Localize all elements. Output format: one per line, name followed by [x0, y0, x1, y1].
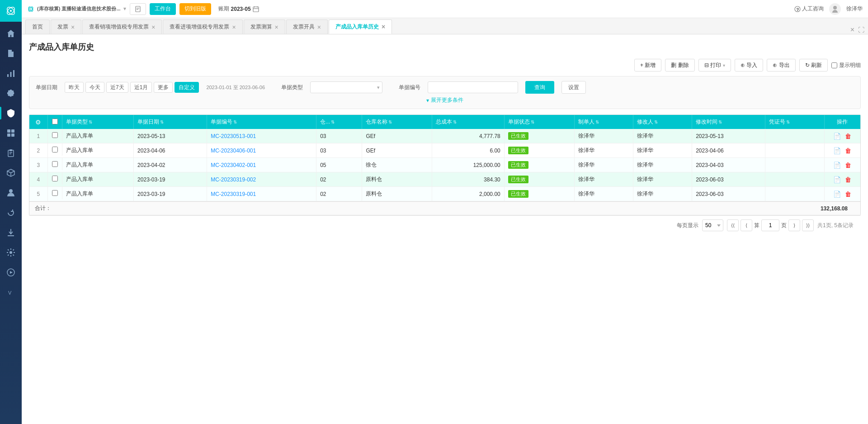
user-label[interactable]: 徐泽华 — [846, 5, 863, 13]
th-number[interactable]: 单据编号⇅ — [207, 115, 316, 129]
doc-btn[interactable] — [130, 3, 146, 15]
row-number-link[interactable]: MC-20230406-001 — [211, 148, 256, 154]
delete-btn[interactable]: 删 删除 — [665, 59, 694, 71]
filter-1month-btn[interactable]: 近1月 — [130, 82, 152, 93]
workbench-btn[interactable]: 工作台 — [150, 3, 176, 15]
topbar-brand: (库存核算) 直播轻途通信息技术股份... ▾ — [27, 5, 126, 13]
th-modifier[interactable]: 修改人⇅ — [633, 115, 692, 129]
delete-row-icon[interactable]: 🗑 — [845, 176, 851, 183]
close-all-btn[interactable]: × — [850, 26, 854, 34]
th-modtime[interactable]: 修改时间⇅ — [692, 115, 765, 129]
th-date[interactable]: 单据日期⇅ — [134, 115, 207, 129]
sidebar-item-person[interactable] — [0, 183, 22, 203]
column-settings-icon[interactable]: ⚙ — [35, 119, 41, 126]
row-checkbox[interactable] — [52, 176, 58, 181]
delete-row-icon[interactable]: 🗑 — [845, 162, 851, 169]
row-number-link[interactable]: MC-20230319-001 — [211, 191, 256, 197]
delete-row-icon[interactable]: 🗑 — [845, 191, 851, 198]
sidebar-logo[interactable] — [0, 0, 22, 22]
tab-invoice-close[interactable]: × — [71, 24, 75, 30]
edit-icon[interactable]: 📄 — [833, 133, 841, 140]
select-all-checkbox[interactable] — [52, 119, 58, 124]
filter-type-select[interactable] — [310, 81, 382, 93]
filter-yesterday-btn[interactable]: 昨天 — [65, 82, 84, 93]
page-last-btn[interactable]: ⟩⟩ — [802, 219, 814, 231]
row-number-link[interactable]: MC-20230319-002 — [211, 176, 256, 183]
new-btn[interactable]: + 新增 — [634, 59, 661, 71]
show-detail-checkbox[interactable] — [831, 62, 837, 68]
refresh-btn[interactable]: ↻ 刷新 — [799, 59, 828, 71]
sidebar-item-documents[interactable] — [0, 43, 22, 63]
sidebar-item-settings[interactable] — [0, 83, 22, 103]
sidebar-item-download[interactable] — [0, 223, 22, 243]
export-btn[interactable]: ⊕ 导出 — [767, 59, 795, 71]
sidebar-item-analytics[interactable] — [0, 63, 22, 83]
filter-more-btn[interactable]: 更多 — [154, 82, 173, 93]
filter-custom-btn[interactable]: 自定义 — [175, 82, 199, 93]
edit-icon[interactable]: 📄 — [833, 191, 841, 198]
print-dropdown-icon[interactable]: ▾ — [723, 63, 725, 68]
filter-expand[interactable]: ▾ 展开更多条件 — [36, 96, 854, 104]
row-number-link[interactable]: MC-20230402-001 — [211, 162, 256, 168]
th-whname[interactable]: 仓库名称⇅ — [362, 115, 432, 129]
switch-version-btn[interactable]: 切到旧版 — [179, 3, 211, 15]
per-page-select[interactable]: 50 20 100 — [702, 219, 723, 231]
maximize-btn[interactable]: ⛶ — [858, 26, 864, 33]
tab-input-vat-close[interactable]: × — [232, 24, 236, 30]
tab-output-vat[interactable]: 查看销项增值税专用发票 × — [82, 19, 162, 34]
row-checkbox[interactable] — [52, 190, 58, 196]
th-status[interactable]: 单据状态⇅ — [504, 115, 574, 129]
row-checkbox[interactable] — [52, 161, 58, 167]
edit-icon[interactable]: 📄 — [833, 147, 841, 154]
tab-issue[interactable]: 发票开具 × — [286, 19, 328, 34]
sidebar-item-box[interactable] — [0, 163, 22, 183]
row-checkbox[interactable] — [52, 132, 58, 138]
delete-row-icon[interactable]: 🗑 — [845, 147, 851, 154]
tab-invoice[interactable]: 发票 × — [51, 19, 81, 34]
sidebar-item-clipboard[interactable] — [0, 143, 22, 163]
print-btn[interactable]: ⊟ 打印 ▾ — [698, 59, 731, 71]
tab-input-vat[interactable]: 查看进项增值税专用发票 × — [163, 19, 242, 34]
delete-row-icon[interactable]: 🗑 — [845, 133, 851, 140]
page-first-btn[interactable]: ⟨⟨ — [727, 219, 739, 231]
th-type[interactable]: 单据类型⇅ — [62, 115, 134, 129]
th-settings[interactable]: ⚙ — [29, 115, 47, 129]
filter-set-btn[interactable]: 设置 — [561, 81, 586, 94]
row-checkbox[interactable] — [52, 147, 58, 152]
sidebar-item-play[interactable] — [0, 262, 22, 282]
th-cost[interactable]: 总成本⇅ — [432, 115, 504, 129]
topbar: (库存核算) 直播轻途通信息技术股份... ▾ 工作台 切到旧版 账期 2023… — [22, 0, 868, 18]
tab-calc[interactable]: 发票测算 × — [244, 19, 285, 34]
show-detail-toggle[interactable]: 显示明细 — [831, 62, 861, 69]
help-label[interactable]: ? 人工咨询 — [794, 5, 824, 13]
edit-icon[interactable]: 📄 — [833, 162, 841, 169]
tab-output-vat-close[interactable]: × — [151, 24, 155, 30]
tab-issue-close[interactable]: × — [317, 24, 321, 30]
sidebar-item-home[interactable] — [0, 24, 22, 43]
sidebar-item-cog[interactable] — [0, 243, 22, 262]
sidebar-item-grid[interactable] — [0, 123, 22, 143]
tab-home[interactable]: 首页 — [25, 19, 50, 34]
page-input[interactable] — [761, 219, 779, 231]
brand-dropdown-icon[interactable]: ▾ — [123, 6, 126, 12]
th-checkbox[interactable] — [47, 115, 62, 129]
filter-query-btn[interactable]: 查询 — [525, 81, 554, 94]
sidebar-item-shield[interactable] — [0, 103, 22, 123]
th-voucher[interactable]: 凭证号⇅ — [765, 115, 824, 129]
row-number-link[interactable]: MC-20230513-001 — [211, 133, 256, 139]
th-whcode[interactable]: 仓...⇅ — [316, 115, 362, 129]
th-creator[interactable]: 制单人⇅ — [574, 115, 633, 129]
tab-history[interactable]: 产成品入库单历史 × — [329, 19, 392, 34]
tab-history-close[interactable]: × — [382, 24, 385, 30]
filter-number-input[interactable] — [428, 81, 518, 93]
filter-today-btn[interactable]: 今天 — [85, 82, 104, 93]
page-next-btn[interactable]: ⟩ — [788, 219, 800, 231]
import-btn[interactable]: ⊕ 导入 — [735, 59, 763, 71]
sidebar: V — [0, 0, 22, 424]
sidebar-item-version[interactable]: V — [0, 282, 22, 302]
tab-calc-close[interactable]: × — [275, 24, 278, 30]
filter-7days-btn[interactable]: 近7天 — [106, 82, 128, 93]
sidebar-item-refresh[interactable] — [0, 203, 22, 223]
edit-icon[interactable]: 📄 — [833, 176, 841, 183]
page-prev-btn[interactable]: ⟨ — [741, 219, 752, 231]
